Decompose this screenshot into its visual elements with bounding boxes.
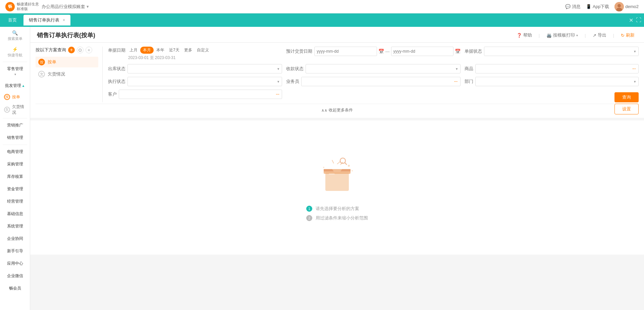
date-tab-custom[interactable]: 自定义 — [195, 47, 211, 54]
print-button[interactable]: 🖨️ 按模板打印 ▾ — [544, 31, 581, 40]
delivery-date-start-calendar-icon[interactable]: 📅 — [378, 49, 384, 54]
sidebar-item-wholesale[interactable]: 批发管理 ▲ — [0, 80, 30, 92]
filter-row-1: 单据日期 上月 本月 本年 近7天 更多 自定义 2023 — [108, 47, 639, 61]
sidebar-item-purchase[interactable]: 采购管理 — [0, 158, 30, 170]
product-more-icon[interactable]: ··· — [632, 66, 636, 72]
sidebar-item-finance[interactable]: 资金管理 — [0, 183, 30, 195]
payment-status-select[interactable] — [306, 64, 460, 73]
page-actions: ❓ 帮助 | 🖨️ 按模板打印 ▾ | ↗ 导出 | ↻ 刷新 — [514, 31, 637, 40]
action-divider-1: | — [539, 33, 540, 38]
salesperson-more-icon[interactable]: ··· — [454, 79, 457, 85]
query-button[interactable]: 查询 — [614, 92, 639, 102]
sidebar-item-stock-calc[interactable]: 库存核算 — [0, 170, 30, 183]
filter-row-3: 执行状态 ▾ 业务员 ··· — [108, 77, 639, 86]
stock-icon: 欠 — [4, 107, 10, 113]
filter-date: 单据日期 上月 本月 本年 近7天 更多 自定义 2023 — [108, 47, 282, 61]
help-button[interactable]: ❓ 帮助 — [514, 31, 535, 40]
tab-sales-order-execution[interactable]: 销售订单执行表 × — [23, 15, 70, 25]
sidebar-item-enterprise[interactable]: 企业协同 — [0, 232, 30, 245]
logo-icon: 畅 — [5, 2, 15, 11]
tab-home[interactable]: 首页 — [3, 15, 22, 25]
sidebar-divider-1 — [3, 62, 27, 62]
sidebar-item-retail[interactable]: 零售管理 ▾ — [0, 63, 30, 80]
tab-close-icon[interactable]: × — [63, 18, 65, 22]
collapse-button[interactable]: ∧∧ 收起更多条件 — [317, 106, 357, 114]
date-tabs: 上月 本月 本年 近7天 更多 自定义 — [127, 47, 211, 54]
svg-point-6 — [348, 165, 350, 167]
wholesale-expand-icon: ▲ — [22, 84, 25, 88]
sidebar-sub-item-stock[interactable]: 欠 欠货情况 — [0, 102, 30, 117]
edit-plan-button[interactable]: ⊙ — [77, 47, 84, 53]
download-icon: 📱 — [586, 4, 591, 9]
close-window-icon[interactable]: ✕ — [629, 17, 633, 23]
tab-bar: 首页 销售订单执行表 × ✕ ⛶ — [0, 13, 644, 27]
date-tab-this-year[interactable]: 本年 — [154, 47, 166, 54]
sidebar-divider-2 — [3, 118, 27, 118]
app-download-button[interactable]: 📱 App下载 — [586, 4, 609, 10]
delivery-date-end-input[interactable] — [391, 47, 453, 56]
filter-payment-status: 收款状态 ▾ — [286, 64, 460, 73]
top-bar-left: 畅 畅捷通好生意 标准版 办公用品行业模拟账套 ▾ — [5, 2, 89, 11]
sidebar-item-sales[interactable]: 销售管理 — [0, 132, 30, 144]
svg-rect-5 — [329, 173, 335, 174]
sidebar-item-marketing[interactable]: 营销推广 — [0, 119, 30, 132]
print-dropdown-icon[interactable]: ▾ — [576, 34, 578, 37]
plan-欠货情况-icon: 欠 — [38, 71, 45, 78]
query-buttons: 查询 设置 — [614, 92, 639, 114]
export-button[interactable]: ↗ 导出 — [590, 31, 609, 40]
tab-bar-right: ✕ ⛶ — [629, 17, 641, 23]
empty-tip-2: 2 用过滤条件来缩小分析范围 — [306, 215, 368, 221]
date-tab-more[interactable]: 更多 — [182, 47, 194, 54]
svg-point-12 — [340, 158, 345, 163]
delivery-date-range: 📅 — 📅 — [314, 47, 460, 56]
salesperson-input-wrap: ··· — [301, 77, 460, 86]
settings-button[interactable]: 设置 — [614, 104, 639, 114]
breadcrumb-dropdown-icon[interactable]: ▾ — [87, 4, 89, 9]
date-tab-this-month[interactable]: 本月 — [140, 47, 154, 54]
svg-line-13 — [345, 163, 347, 165]
sidebar-item-app-center[interactable]: 应用中心 — [0, 257, 30, 270]
delivery-status-select-wrap: ▾ — [127, 64, 282, 73]
delivery-date-start-input[interactable] — [314, 47, 377, 56]
filter-right: 单据日期 上月 本月 本年 近7天 更多 自定义 2023 — [103, 47, 639, 102]
sidebar-item-basic-info[interactable]: 基础信息 — [0, 208, 30, 220]
action-divider-3: | — [613, 33, 614, 38]
filter-row-2: 出库状态 ▾ 收款状态 — [108, 64, 639, 73]
sidebar: 🔍 搜索菜单 ⚡ 快捷导航 零售管理 ▾ 批发管理 ▲ 按 按单 欠 欠货情况 … — [0, 27, 30, 310]
doc-status-select[interactable] — [484, 47, 639, 56]
customer-more-icon[interactable]: ··· — [276, 91, 279, 97]
sidebar-item-operations[interactable]: 经营管理 — [0, 195, 30, 208]
sidebar-item-new-guide[interactable]: 新手引导 — [0, 245, 30, 257]
action-divider-2: | — [585, 33, 586, 38]
sidebar-sub-item-plan[interactable]: 按 按单 — [0, 92, 30, 102]
retail-arrow-icon: ▾ — [14, 72, 16, 76]
message-button[interactable]: 💬 消息 — [565, 4, 581, 10]
breadcrumb: 办公用品行业模拟账套 ▾ — [42, 4, 89, 10]
plan-item-按单[interactable]: 按 按单 — [36, 57, 98, 67]
svg-line-10 — [332, 160, 334, 163]
refresh-icon: ↻ — [621, 33, 625, 38]
date-tab-last-month[interactable]: 上月 — [127, 47, 140, 54]
expand-window-icon[interactable]: ⛶ — [636, 17, 641, 23]
collapse-row: ∧∧ 收起更多条件 — [36, 104, 639, 118]
sidebar-item-quick-nav[interactable]: ⚡ 快捷导航 — [0, 43, 30, 61]
top-bar-right: 💬 消息 📱 App下载 demo2 — [565, 2, 639, 11]
date-tab-7days[interactable]: 近7天 — [167, 47, 181, 54]
sidebar-item-system[interactable]: 系统管理 — [0, 220, 30, 232]
delivery-status-select[interactable] — [127, 64, 282, 73]
search-icon: 🔍 — [12, 30, 18, 36]
delivery-date-end-calendar-icon[interactable]: 📅 — [455, 49, 461, 54]
execution-status-select[interactable] — [127, 77, 282, 86]
collapse-plan-button[interactable]: « — [86, 47, 92, 53]
plan-item-欠货情况[interactable]: 欠 欠货情况 — [36, 69, 98, 80]
refresh-button[interactable]: ↻ 刷新 — [618, 31, 637, 40]
department-select[interactable] — [475, 77, 639, 86]
sidebar-item-search[interactable]: 🔍 搜索菜单 — [0, 27, 30, 43]
add-plan-button[interactable]: + — [68, 47, 75, 53]
message-icon: 💬 — [565, 4, 571, 9]
user-avatar[interactable]: demo2 — [614, 2, 639, 11]
sidebar-item-wechat[interactable]: 企业微信 — [0, 270, 30, 282]
sidebar-item-ecommerce[interactable]: 电商管理 — [0, 146, 30, 158]
customer-input-wrap: ··· — [119, 90, 282, 99]
sidebar-item-member[interactable]: 畅会员 — [0, 282, 30, 295]
